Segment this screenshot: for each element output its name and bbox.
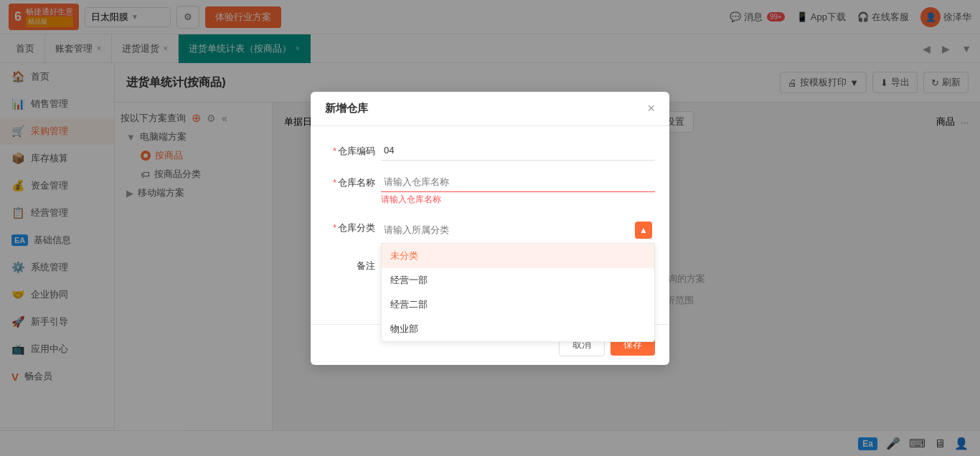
name-label: 仓库名称	[325, 172, 375, 189]
new-warehouse-dialog: 新增仓库 × 仓库编码 仓库名称 请输入仓库名称 仓库分类	[311, 92, 669, 365]
form-row-name: 仓库名称 请输入仓库名称	[325, 172, 655, 206]
remarks-label: 备注	[325, 255, 375, 272]
dropdown-item-dept3[interactable]: 物业部	[382, 317, 654, 341]
dropdown-item-dept1[interactable]: 经营一部	[382, 268, 654, 293]
category-input[interactable]	[384, 224, 635, 235]
dialog-title: 新增仓库	[325, 102, 368, 115]
code-label: 仓库编码	[325, 141, 375, 158]
dialog-close-button[interactable]: ×	[647, 102, 655, 115]
name-input[interactable]	[381, 172, 655, 192]
form-row-code: 仓库编码	[325, 141, 655, 161]
form-row-category: 仓库分类 ▲ 未分类 经营一部 经营二部 物业部	[325, 217, 655, 244]
category-label: 仓库分类	[325, 217, 375, 234]
dialog-body: 仓库编码 仓库名称 请输入仓库名称 仓库分类 ▲	[311, 126, 669, 324]
modal-overlay[interactable]: 新增仓库 × 仓库编码 仓库名称 请输入仓库名称 仓库分类	[0, 0, 980, 456]
dropdown-item-uncategorized[interactable]: 未分类	[382, 244, 654, 268]
category-input-wrap: ▲	[381, 217, 655, 244]
name-field-wrap: 请输入仓库名称	[381, 172, 655, 206]
code-input[interactable]	[381, 141, 655, 161]
category-toggle-button[interactable]: ▲	[635, 222, 652, 239]
category-dropdown: 未分类 经营一部 经营二部 物业部	[381, 243, 655, 342]
dropdown-item-dept2[interactable]: 经营二部	[382, 293, 654, 317]
dialog-header: 新增仓库 ×	[311, 92, 669, 126]
category-selector: ▲ 未分类 经营一部 经营二部 物业部	[381, 217, 655, 244]
name-error-message: 请输入仓库名称	[381, 194, 655, 206]
